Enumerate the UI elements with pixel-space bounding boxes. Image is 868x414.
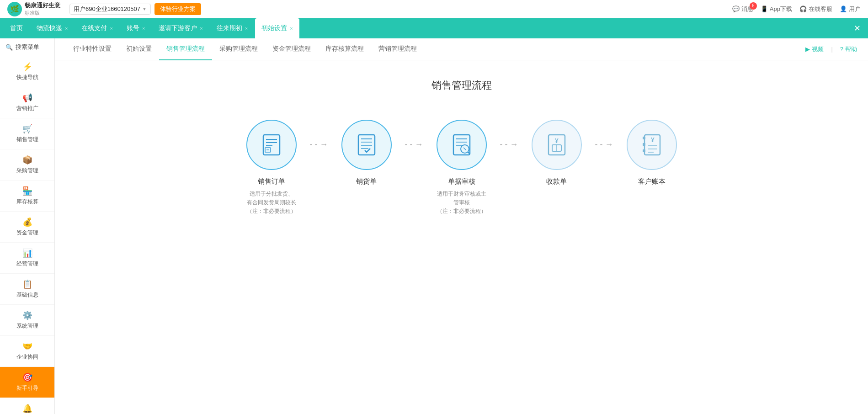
sidebar-item-sales[interactable]: 🛒 销售管理	[0, 118, 54, 149]
online-service-group[interactable]: 🎧 在线客服	[799, 5, 832, 13]
main-layout: 🔍 搜索菜单 ⚡ 快捷导航 📢 营销推广 🛒 销售管理 📦 采购管理 🏪 库存核…	[0, 38, 868, 414]
header-left: 🌿 畅康通好生意 标准版 用户690企业1660120507 ▼ 体验行业方案	[7, 1, 201, 16]
sidebar-item-purchase[interactable]: 📦 采购管理	[0, 149, 54, 180]
arrow-1: - - →	[310, 120, 328, 149]
enterprise-icon: 🤝	[22, 341, 32, 351]
sidebar-item-basic[interactable]: 📋 基础信息	[0, 274, 54, 305]
finance-label: 资金管理	[16, 229, 38, 237]
sidebar-item-inventory[interactable]: 🏪 库存核算	[0, 180, 54, 212]
user-right-label: 用户	[849, 5, 861, 13]
video-link[interactable]: ▶ 视频	[805, 45, 824, 53]
arrow-2: - - →	[405, 120, 423, 149]
app-download-group[interactable]: 📱 App下载	[761, 5, 792, 13]
close-icon[interactable]: ×	[142, 26, 145, 31]
operation-icon: 📊	[22, 248, 32, 258]
receipt-label: 收款单	[546, 177, 567, 186]
system-icon: ⚙️	[22, 310, 32, 320]
user-label: 用户690企业1660120507	[74, 5, 140, 13]
help-icon: ?	[840, 46, 843, 53]
arrow-3: - - →	[500, 120, 518, 149]
newbie-icon: 🎯	[22, 372, 32, 382]
sidebar-item-enterprise[interactable]: 🤝 企业协同	[0, 336, 54, 367]
sidebar-item-app-center[interactable]: 🔔 应用中心	[0, 398, 54, 414]
header-right: 💬 消息 6 📱 App下载 🎧 在线客服 👤 用户	[732, 5, 861, 13]
sales-order-circle[interactable]	[246, 120, 297, 170]
logo: 🌿 畅康通好生意 标准版	[7, 1, 60, 16]
sidebar-search[interactable]: 🔍 搜索菜单	[0, 38, 54, 56]
quick-nav-label: 快捷导航	[16, 74, 38, 81]
trial-button[interactable]: 体验行业方案	[154, 3, 201, 15]
sidebar-item-quick-nav[interactable]: ⚡ 快捷导航	[0, 56, 54, 87]
page-title: 销售管理流程	[66, 79, 857, 92]
inventory-label: 库存核算	[16, 198, 38, 206]
sub-tab-industry[interactable]: 行业特性设置	[66, 38, 119, 60]
chevron-down-icon: ▼	[142, 6, 147, 11]
sub-tab-purchase-flow[interactable]: 采购管理流程	[212, 38, 265, 60]
inventory-icon: 🏪	[22, 186, 32, 196]
video-icon: ▶	[805, 46, 810, 53]
customer-ledger-label: 客户账本	[638, 177, 666, 186]
user-avatar-icon: 👤	[840, 5, 847, 12]
nav-tab-logistics[interactable]: 物流快递 ×	[30, 18, 74, 38]
close-icon[interactable]: ×	[290, 26, 293, 31]
nav-tab-home[interactable]: 首页	[4, 18, 29, 38]
sidebar-item-newbie[interactable]: 🎯 新手引导	[0, 367, 54, 398]
operation-label: 经营管理	[16, 260, 38, 268]
page-content: 销售管理流程 销售订单	[55, 60, 868, 414]
sub-tab-sales-flow[interactable]: 销售管理流程	[159, 38, 212, 60]
close-icon[interactable]: ×	[200, 26, 202, 31]
logo-title: 畅康通好生意	[25, 1, 60, 10]
sales-icon: 🛒	[22, 124, 32, 134]
content-area: 行业特性设置 初始设置 销售管理流程 采购管理流程 资金管理流程 库存核算流程 …	[55, 38, 868, 414]
enterprise-label: 企业协同	[16, 353, 38, 361]
nav-close-button[interactable]: ✕	[850, 23, 864, 33]
nav-tab-account[interactable]: 账号 ×	[120, 18, 151, 38]
nav-tab-initial-setup[interactable]: 初始设置 ×	[255, 18, 299, 38]
sales-invoice-label: 销货单	[356, 177, 377, 186]
customer-ledger-circle[interactable]: ¥	[627, 120, 677, 170]
search-icon: 🔍	[5, 44, 13, 51]
sidebar-item-finance[interactable]: 💰 资金管理	[0, 212, 54, 243]
document-review-desc: 适用于财务审核或主管审核（注：非必要流程）	[437, 190, 486, 216]
receipt-circle[interactable]: ¥	[532, 120, 582, 170]
sales-order-label: 销售订单	[258, 177, 285, 186]
logo-icon: 🌿	[7, 2, 22, 16]
help-link[interactable]: ? 帮助	[840, 45, 857, 53]
message-icon-group[interactable]: 💬 消息 6	[732, 5, 753, 13]
nav-tab-payment[interactable]: 在线支付 ×	[75, 18, 119, 38]
sub-tab-marketing-flow[interactable]: 营销管理流程	[371, 38, 424, 60]
app-center-icon: 🔔	[22, 403, 32, 414]
purchase-icon: 📦	[22, 155, 32, 165]
help-label: 帮助	[845, 45, 857, 53]
flow-step-sales-invoice: 销货单	[330, 120, 403, 190]
user-selector[interactable]: 用户690企业1660120507 ▼	[69, 4, 151, 15]
sub-tab-finance-flow[interactable]: 资金管理流程	[265, 38, 318, 60]
nav-tab-period[interactable]: 往来期初 ×	[210, 18, 254, 38]
sales-invoice-circle[interactable]	[341, 120, 392, 170]
sales-order-desc: 适用于分批发货、有合同发货周期较长（注：非必要流程）	[247, 190, 296, 216]
close-icon[interactable]: ×	[65, 26, 68, 31]
sidebar-item-system[interactable]: ⚙️ 系统管理	[0, 305, 54, 336]
logistics-tab-label: 物流快递	[37, 24, 62, 32]
sub-tab-initial[interactable]: 初始设置	[119, 38, 159, 60]
video-label: 视频	[812, 45, 824, 53]
close-icon[interactable]: ×	[245, 26, 248, 31]
flow-step-receipt: ¥ 收款单	[520, 120, 593, 190]
sidebar-item-marketing[interactable]: 📢 营销推广	[0, 87, 54, 118]
headset-icon: 🎧	[799, 5, 807, 12]
sidebar-item-operation[interactable]: 📊 经营管理	[0, 243, 54, 274]
quick-nav-icon: ⚡	[22, 62, 32, 72]
basic-label: 基础信息	[16, 291, 38, 299]
document-review-circle[interactable]	[437, 120, 487, 170]
user-avatar-group[interactable]: 👤 用户	[840, 5, 861, 13]
sub-tab-actions: ▶ 视频 | ? 帮助	[805, 45, 857, 53]
flow-step-customer-ledger: ¥ 客户账本	[615, 120, 688, 190]
svg-text:¥: ¥	[651, 136, 655, 143]
sub-tab-inventory-flow[interactable]: 库存核算流程	[318, 38, 371, 60]
marketing-icon: 📢	[22, 93, 32, 103]
search-label: 搜索菜单	[16, 43, 39, 51]
close-icon[interactable]: ×	[110, 26, 112, 31]
nav-tab-invite[interactable]: 邀请下游客户 ×	[152, 18, 209, 38]
sidebar: 🔍 搜索菜单 ⚡ 快捷导航 📢 营销推广 🛒 销售管理 📦 采购管理 🏪 库存核…	[0, 38, 55, 414]
top-header: 🌿 畅康通好生意 标准版 用户690企业1660120507 ▼ 体验行业方案 …	[0, 0, 868, 18]
